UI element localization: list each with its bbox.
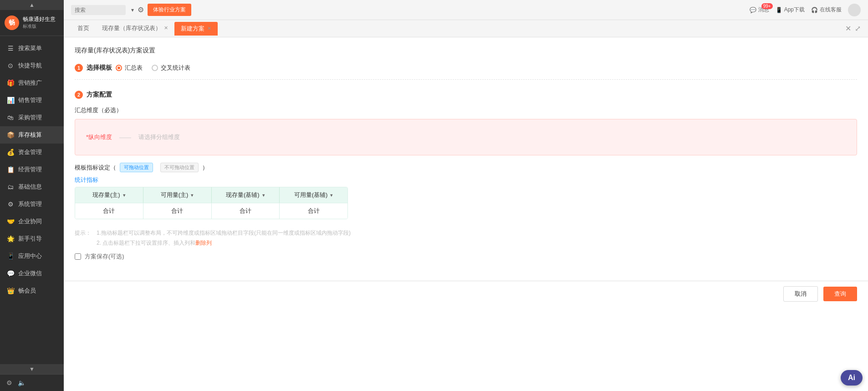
member-icon: 👑	[6, 287, 15, 295]
section1-number: 1	[75, 64, 83, 72]
sidebar-item-app-center[interactable]: 📱 应用中心	[0, 247, 64, 265]
search-input[interactable]	[71, 5, 126, 15]
audio-footer-icon[interactable]: 🔈	[18, 379, 26, 386]
window-controls: ✕ ⤢	[845, 24, 861, 33]
close-window-icon[interactable]: ✕	[845, 24, 851, 33]
sidebar-item-management[interactable]: 📋 经营管理	[0, 161, 64, 178]
app-name: 畅康通好生意	[23, 16, 56, 23]
management-icon: 📋	[6, 165, 15, 174]
metrics-table-header: 现存量(主) ▾ 可用量(主) ▾ 现存量(基辅) ▾ 可用量(基辅)	[75, 187, 347, 203]
cell-sum-3: 合计	[212, 203, 280, 219]
dimension-area[interactable]: *纵向维度 —— 请选择分组维度	[75, 119, 857, 155]
sidebar-item-quick-nav[interactable]: ⊙ 快捷导航	[0, 57, 64, 74]
sidebar-item-label: 系统管理	[18, 200, 42, 208]
stats-indicator-label: 统计指标	[75, 176, 857, 184]
metrics-table: 现存量(主) ▾ 可用量(主) ▾ 现存量(基辅) ▾ 可用量(基辅)	[75, 187, 348, 219]
dimension-inner: *纵向维度 —— 请选择分组维度	[86, 133, 180, 141]
cell-sum-4: 合计	[280, 203, 347, 219]
sidebar-item-label: 营销推广	[18, 79, 42, 87]
metrics-settings-suffix: ）	[202, 164, 208, 172]
dimension-dash: ——	[119, 134, 131, 141]
draggable-badge: 可拖动位置	[120, 163, 153, 172]
topbar-right: 💬 消息 99+ 📱 App下载 🎧 在线客服	[750, 4, 861, 16]
user-avatar[interactable]	[848, 4, 861, 16]
topbar-settings-icon[interactable]: ⚙	[138, 5, 144, 14]
radio-cross-label: 交叉统计表	[161, 64, 190, 72]
col-current-main-arrow-icon[interactable]: ▾	[123, 192, 126, 198]
col-available-main-arrow-icon[interactable]: ▾	[191, 192, 194, 198]
sidebar-header: 畅 畅康通好生意 标准版	[0, 10, 64, 36]
sidebar-item-label: 库存核算	[18, 131, 42, 139]
sidebar-item-finance[interactable]: 💰 资金管理	[0, 144, 64, 161]
query-button[interactable]: 查询	[823, 287, 857, 301]
app-version: 标准版	[23, 23, 56, 30]
sidebar-scroll-down[interactable]: ▼	[0, 364, 64, 374]
tab-new-plan[interactable]: 新建方案 ✕	[174, 22, 218, 36]
settings-footer-icon[interactable]: ⚙	[6, 379, 12, 386]
sidebar-item-inventory[interactable]: 📦 库存核算	[0, 126, 64, 144]
sidebar-item-label: 快捷导航	[18, 62, 42, 70]
sidebar-item-marketing[interactable]: 🎁 营销推广	[0, 74, 64, 92]
radio-cross[interactable]: 交叉统计表	[152, 64, 190, 72]
sidebar-item-system[interactable]: ⚙ 系统管理	[0, 196, 64, 213]
tab-new-plan-close-icon[interactable]: ✕	[207, 26, 211, 31]
save-label: 方案保存(可选)	[85, 252, 124, 261]
metrics-table-row: 合计 合计 合计 合计	[75, 203, 347, 219]
sidebar-item-cooperation[interactable]: 🤝 企业协同	[0, 213, 64, 230]
col-available-main-label: 可用量(主)	[161, 191, 189, 199]
trial-btn[interactable]: 体验行业方案	[148, 4, 191, 16]
metrics-settings-row: 模板指标设定（ 可拖动位置 不可拖动位置 ）	[75, 163, 857, 172]
col-current-main-label: 现存量(主)	[92, 191, 120, 199]
sidebar-item-label: 搜索菜单	[18, 44, 42, 52]
message-group[interactable]: 💬 消息 99+	[750, 6, 769, 14]
sidebar-item-basic-info[interactable]: 🗂 基础信息	[0, 178, 64, 196]
ai-button[interactable]: Ai	[841, 370, 863, 386]
tab-home-label: 首页	[77, 24, 89, 32]
section1-title: 选择模板	[87, 64, 112, 72]
section-choose-template: 1 选择模板 汇总表 交叉统计表	[75, 64, 857, 80]
tab-new-plan-label: 新建方案	[181, 25, 204, 33]
tab-inventory-close-icon[interactable]: ✕	[164, 25, 168, 31]
section1-divider	[75, 79, 857, 80]
col-current-aux[interactable]: 现存量(基辅) ▾	[212, 187, 280, 203]
sidebar-item-sales[interactable]: 📊 销售管理	[0, 92, 64, 109]
col-available-main[interactable]: 可用量(主) ▾	[143, 187, 212, 203]
tab-inventory-status[interactable]: 现存量（库存状况表） ✕	[96, 21, 174, 37]
page-title: 现存量(库存状况表)方案设置	[75, 46, 857, 55]
app-download-label: App下载	[784, 6, 805, 14]
search-menu-icon: ☰	[6, 44, 15, 52]
dropdown-arrow-icon[interactable]: ▾	[131, 7, 134, 13]
sidebar-item-purchase[interactable]: 🛍 采购管理	[0, 109, 64, 126]
tab-inventory-label: 现存量（库存状况表）	[102, 24, 161, 32]
sidebar-item-label: 基础信息	[18, 183, 42, 191]
content-inner: 现存量(库存状况表)方案设置 1 选择模板 汇总表 交叉统计表	[64, 37, 868, 281]
col-available-aux[interactable]: 可用量(基辅) ▾	[280, 187, 347, 203]
message-icon: 💬	[750, 7, 756, 13]
radio-summary[interactable]: 汇总表	[116, 64, 143, 72]
sidebar-item-wechat[interactable]: 💬 企业微信	[0, 265, 64, 282]
sidebar-item-new-guide[interactable]: 🌟 新手引导	[0, 230, 64, 247]
col-current-main[interactable]: 现存量(主) ▾	[75, 187, 143, 203]
sales-icon: 📊	[6, 96, 15, 104]
app-download-group[interactable]: 📱 App下载	[776, 6, 805, 14]
sidebar-item-label: 新手引导	[18, 235, 42, 243]
message-badge: 99+	[761, 3, 773, 9]
headset-icon: 🎧	[811, 7, 818, 13]
expand-window-icon[interactable]: ⤢	[855, 24, 861, 33]
col-current-aux-arrow-icon[interactable]: ▾	[262, 192, 265, 198]
sidebar-scroll-up[interactable]: ▲	[0, 0, 64, 10]
online-service-group[interactable]: 🎧 在线客服	[811, 6, 842, 14]
system-icon: ⚙	[6, 200, 15, 208]
col-available-aux-arrow-icon[interactable]: ▾	[330, 192, 333, 198]
sidebar-item-member[interactable]: 👑 畅会员	[0, 282, 64, 299]
new-guide-icon: 🌟	[6, 235, 15, 243]
summary-dimension-section: 汇总维度（必选） *纵向维度 —— 请选择分组维度	[75, 106, 857, 155]
save-checkbox[interactable]	[75, 253, 81, 260]
sidebar-item-search-menu[interactable]: ☰ 搜索菜单	[0, 40, 64, 57]
cancel-button[interactable]: 取消	[783, 286, 818, 302]
metrics-settings-prefix: 模板指标设定（	[75, 164, 116, 172]
content-area: 现存量(库存状况表)方案设置 1 选择模板 汇总表 交叉统计表	[64, 37, 868, 391]
vertical-dimension-label: *纵向维度	[86, 133, 112, 141]
tab-home[interactable]: 首页	[71, 21, 96, 37]
app-center-icon: 📱	[6, 252, 15, 260]
